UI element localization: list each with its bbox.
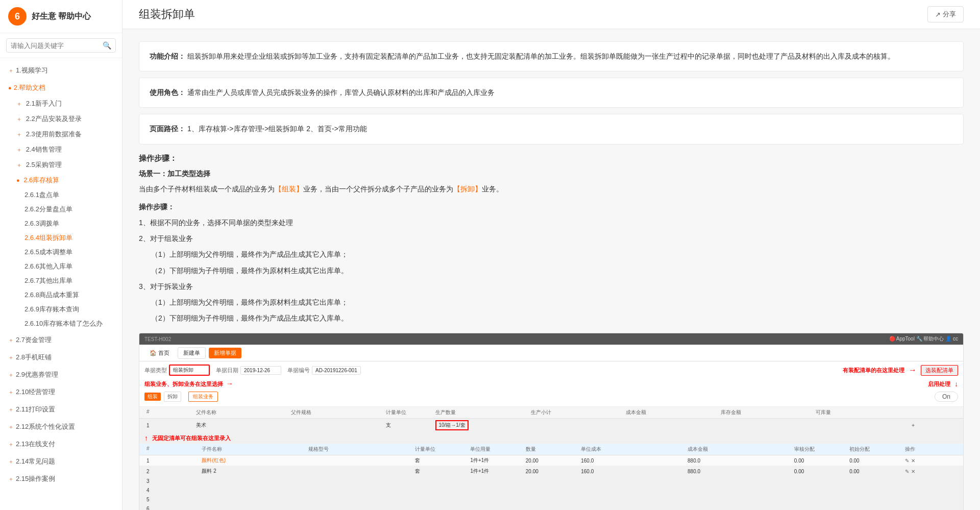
sidebar-item-2-6-1[interactable]: 2.6.1盘点单 [0,188,122,202]
sidebar-item-2-11[interactable]: ＋ 2.11打印设置 [0,401,122,418]
sub-col-qty: 数量 [524,446,579,453]
intro2-label: 使用角色： [150,88,185,96]
cell-unit: 支 [384,422,433,429]
plus-icon: ＋ [8,388,14,396]
plus-icon: ＋ [16,116,22,122]
page-title: 组装拆卸单 [139,7,195,22]
sidebar: 6 好生意 帮助中心 🔍 ＋ 1.视频学习 ● 2.帮助文档 ＋ [0,0,122,510]
nav-section-2-12: ＋ 2.12系统个性化设置 [0,419,122,435]
plus-icon: ＋ [8,354,14,361]
fake-screenshot: TEST-H002 🔴 AppTool 🔧 帮助中心 👤 cc 🏠 首页 新建单… [139,333,963,510]
step2-sub2: （2）下部明细为子件明细，最终作为原材料生成其它出库单。 [151,264,964,277]
sidebar-item-video[interactable]: ＋ 1.视频学习 [0,62,122,79]
sidebar-item-2-5[interactable]: ＋ 2.5采购管理 [0,157,122,173]
sidebar-item-2-6-2[interactable]: 2.6.2分量盘点单 [0,202,122,216]
sidebar-item-2-9[interactable]: ＋ 2.9优惠券管理 [0,367,122,383]
nav-section-2: ● 2.帮助文档 ＋ 2.1新手入门 ＋ 2.2产品安装及登录 ＋ 2.3使用前… [0,80,122,331]
sidebar-item-2-6-7[interactable]: 2.6.7其他出库单 [0,274,122,288]
sidebar-item-2-6-3[interactable]: 2.6.3调拨单 [0,216,122,231]
field-date-value[interactable]: 2019-12-26 [240,366,281,375]
logo-text: 好生意 帮助中心 [32,11,91,22]
nav-section-2-10: ＋ 2.10经营管理 [0,384,122,400]
sub-table-row-3: 3 [139,477,963,486]
sidebar-item-2-8[interactable]: ＋ 2.8手机旺铺 [0,349,122,366]
biz-type-field[interactable]: 组装业务 [188,392,218,402]
col-hash: # [144,409,194,416]
sub-cell-num: 1 [144,458,200,464]
on-toggle[interactable]: On [935,392,958,402]
col-cost-amt: 成本金额 [624,409,719,416]
content-area: 功能介绍： 组装拆卸单用来处理企业组装或拆卸等加工业务，支持有固定装配清单的产品… [122,29,980,510]
tab-new[interactable]: 新建单 [178,347,206,359]
sidebar-item-2-6-6[interactable]: 2.6.6其他入库单 [0,259,122,274]
edit-icon[interactable]: ✎ [905,458,909,464]
main-area: 组装拆卸单 ↗ 分享 功能介绍： 组装拆卸单用来处理企业组装或拆卸等加工业务，支… [122,0,980,510]
sidebar-item-2-6-9[interactable]: 2.6.9库存账本查询 [0,302,122,317]
nav-section-2-8: ＋ 2.8手机旺铺 [0,349,122,366]
sidebar-item-2-13[interactable]: ＋ 2.13在线支付 [0,436,122,452]
intro1-text: 组装拆卸单用来处理企业组装或拆卸等加工业务，支持有固定装配清单的产品加工业务，也… [187,52,895,60]
arrow-down-icon: ↑ [226,382,234,386]
field-no-value[interactable]: AD-20191226-001 [312,366,361,375]
app-form-area: 单据类型 组装拆卸 单据日期 2019-12-26 单据编号 AD-201912… [139,361,963,407]
sidebar-item-2-6-8[interactable]: 2.6.8商品成本重算 [0,288,122,302]
sidebar-item-2-12[interactable]: ＋ 2.12系统个性化设置 [0,419,122,435]
col-ops [909,409,958,416]
app-id: TEST-H002 [144,336,171,342]
sidebar-item-2-3[interactable]: ＋ 2.3使用前数据准备 [0,127,122,142]
sidebar-item-2-7[interactable]: ＋ 2.7资金管理 [0,332,122,348]
col-prod-sub: 生产小计 [529,409,624,416]
sidebar-item-docs[interactable]: ● 2.帮助文档 [0,80,122,96]
sidebar-item-2-1[interactable]: ＋ 2.1新手入门 [0,96,122,111]
field-type-value[interactable]: 组装拆卸 [169,365,210,376]
nav-section-2-7: ＋ 2.7资金管理 [0,332,122,348]
sidebar-item-2-6-10[interactable]: 2.6.10库存账本错了怎么办 [0,317,122,331]
select-bom-button[interactable]: 选装配清单 [921,365,958,376]
sub-col-cost-amt: 成本金额 [685,446,792,453]
sidebar-item-2-6-4[interactable]: 2.6.4组装拆卸单 [0,231,122,245]
col-prod-qty: 生产数量 [433,409,528,416]
plus-icon: ＋ [16,101,22,107]
nav-section-2-11: ＋ 2.11打印设置 [0,401,122,418]
search-box[interactable]: 🔍 [6,38,116,53]
sub-col-spec: 规格型号 [306,446,413,453]
sidebar-item-2-15[interactable]: ＋ 2.15操作案例 [0,471,122,487]
search-input[interactable] [11,42,103,50]
sub-cell-name: 颜料(红色) [200,457,306,464]
tab-home[interactable]: 🏠 首页 [144,348,175,358]
share-button[interactable]: ↗ 分享 [927,6,964,22]
nav-section-2-13: ＋ 2.13在线支付 [0,436,122,452]
edit-icon-2[interactable]: ✎ [905,469,909,474]
tab-assemble[interactable]: 组装 [144,393,161,401]
sidebar-item-2-10[interactable]: ＋ 2.10经营管理 [0,384,122,400]
sub-table-row-5: 5 [139,495,963,504]
app-nav-bar: 🏠 首页 新建单 新增单据 [139,345,963,361]
col-parent-name: 父件名称 [194,409,289,416]
tab-create-order[interactable]: 新增单据 [209,348,241,358]
plus-icon: ＋ [8,406,14,414]
logo-area: 6 好生意 帮助中心 [0,0,122,33]
logo-icon: 6 [8,7,27,26]
delete-icon-2[interactable]: ✕ [911,469,915,474]
sidebar-item-2-2[interactable]: ＋ 2.2产品安装及登录 [0,111,122,127]
sub-table-row-1: 1 颜料(红色) 套 1件+1件 20.00 160.0 880.0 0.00 … [139,455,963,466]
plus-icon: ＋ [8,371,14,379]
annotation1-text: 有装配清单的在这里处理 [843,367,904,374]
prod-qty-value[interactable]: 10/箱→1/套 [435,420,468,430]
plus-icon: ＋ [16,147,22,153]
step3-sub2: （2）下部明细为子件明细，最终作为产成品生成其它入库单。 [151,312,964,325]
sub-table-rows: 1 颜料(红色) 套 1件+1件 20.00 160.0 880.0 0.00 … [139,455,963,510]
delete-icon[interactable]: ✕ [911,458,915,464]
plus-icon: ＋ [8,336,14,344]
sidebar-item-2-4[interactable]: ＋ 2.4销售管理 [0,142,122,157]
sidebar-item-2-6[interactable]: ● 2.6库存核算 [0,173,122,188]
annotation4-area: ↑ 无固定清单可在组装在这里录入 [139,432,963,444]
plus-icon: ＋ [8,475,14,483]
tab-disassemble[interactable]: 拆卸 [164,392,181,402]
sidebar-item-2-6-5[interactable]: 2.6.5成本调整单 [0,245,122,259]
form-row-1: 单据类型 组装拆卸 单据日期 2019-12-26 单据编号 AD-201912… [144,365,958,376]
sidebar-item-2-14[interactable]: ＋ 2.14常见问题 [0,453,122,470]
search-icon[interactable]: 🔍 [103,41,111,50]
app-top-icons: 🔴 AppTool 🔧 帮助中心 👤 cc [889,335,958,343]
sub-table-row-2: 2 颜料 2 套 1件+1件 20.00 160.0 880.0 0.00 0.… [139,466,963,477]
